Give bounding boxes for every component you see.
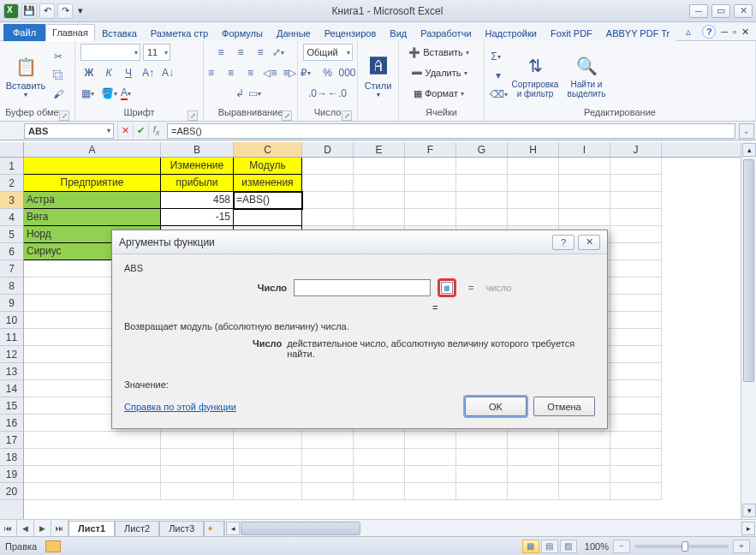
cell-J11[interactable]	[610, 329, 662, 346]
row-header-10[interactable]: 10	[0, 312, 23, 329]
cell-E4[interactable]	[354, 209, 405, 226]
cell-J5[interactable]	[610, 226, 662, 243]
format-painter-button[interactable]: 🖌	[50, 86, 67, 103]
view-pagebreak-button[interactable]: ▧	[560, 540, 577, 553]
cell-C3[interactable]: =ABS()	[234, 192, 302, 209]
row-header-16[interactable]: 16	[0, 415, 23, 432]
cell-I4[interactable]	[559, 209, 610, 226]
row-header-17[interactable]: 17	[0, 432, 23, 449]
cell-G1[interactable]	[456, 158, 508, 175]
grow-font-button[interactable]: A↑	[140, 64, 157, 81]
sheet-nav-prev[interactable]: ◀	[17, 520, 34, 536]
cell-C18[interactable]	[234, 449, 302, 466]
dialog-cancel-button[interactable]: Отмена	[533, 397, 595, 416]
comma-button[interactable]: 000	[339, 64, 356, 81]
mdi-close[interactable]: ✕	[741, 27, 749, 38]
row-header-3[interactable]: 3	[0, 192, 23, 209]
row-header-13[interactable]: 13	[0, 363, 23, 380]
cell-J1[interactable]	[610, 158, 662, 175]
orientation[interactable]: ⤢▾	[271, 44, 289, 61]
tab-review[interactable]: Рецензиров	[318, 25, 384, 41]
sort-filter-button[interactable]: ⇅ Сортировка и фильтр	[510, 47, 560, 104]
font-name-combo[interactable]	[80, 44, 140, 61]
cell-A1[interactable]	[24, 158, 161, 175]
tab-developer[interactable]: Разработчи	[414, 25, 478, 41]
save-button[interactable]: 💾	[21, 3, 37, 19]
cell-A3[interactable]: Астра	[24, 192, 161, 209]
cell-J12[interactable]	[610, 346, 662, 363]
cell-G3[interactable]	[456, 192, 508, 209]
fill-color-button[interactable]: 🪣▾	[100, 85, 117, 102]
cell-I19[interactable]	[559, 466, 610, 483]
qat-customize[interactable]: ▾	[75, 3, 86, 19]
scroll-up-button[interactable]: ▴	[742, 143, 756, 157]
close-button[interactable]: ✕	[734, 4, 753, 18]
enter-formula-button[interactable]: ✔	[133, 123, 148, 139]
vertical-scrollbar[interactable]: ▴ ▾	[741, 142, 756, 519]
delete-cells-button[interactable]: ➖Удалить▾	[408, 64, 476, 81]
zoom-out-button[interactable]: −	[613, 540, 630, 553]
column-header-F[interactable]: F	[405, 142, 456, 157]
cell-J17[interactable]	[610, 432, 662, 449]
dialog-help-link[interactable]: Справка по этой функции	[124, 402, 236, 412]
tab-data[interactable]: Данные	[270, 25, 318, 41]
minimize-button[interactable]: ─	[689, 4, 708, 18]
cell-C2[interactable]: изменения	[234, 175, 302, 192]
decrease-indent[interactable]: ◁≡	[262, 64, 279, 81]
row-header-7[interactable]: 7	[0, 260, 23, 278]
fill-button[interactable]: ▾	[490, 67, 507, 84]
borders-button[interactable]: ▦▾	[80, 85, 98, 102]
cancel-formula-button[interactable]: ✕	[117, 123, 133, 139]
cell-H17[interactable]	[508, 432, 559, 449]
cell-E18[interactable]	[354, 449, 405, 466]
cell-D20[interactable]	[302, 483, 354, 500]
cell-C4[interactable]	[234, 209, 302, 226]
cell-J6[interactable]	[610, 243, 662, 260]
cell-A17[interactable]	[24, 432, 161, 449]
cell-H18[interactable]	[508, 449, 559, 466]
cell-F20[interactable]	[405, 483, 456, 500]
cell-A4[interactable]: Вега	[24, 209, 161, 226]
cell-J15[interactable]	[610, 397, 662, 415]
cell-D19[interactable]	[302, 466, 354, 483]
macro-record-icon[interactable]	[45, 540, 61, 552]
zoom-slider[interactable]	[634, 545, 729, 548]
cell-J20[interactable]	[610, 483, 662, 500]
decrease-decimal[interactable]: ←.0	[329, 85, 346, 102]
tab-foxit[interactable]: Foxit PDF	[544, 25, 599, 41]
cell-J18[interactable]	[610, 449, 662, 466]
view-normal-button[interactable]: ▦	[522, 540, 539, 553]
tab-view[interactable]: Вид	[383, 25, 414, 41]
cell-B4[interactable]: -15	[161, 209, 234, 226]
column-header-I[interactable]: I	[559, 142, 610, 157]
insert-function-button[interactable]: fx	[148, 123, 164, 139]
currency-button[interactable]: ₽▾	[300, 64, 317, 81]
dialog-help-button[interactable]: ?	[552, 235, 574, 250]
view-pagelayout-button[interactable]: ▤	[541, 540, 558, 553]
row-header-1[interactable]: 1	[0, 158, 23, 175]
cell-F18[interactable]	[405, 449, 456, 466]
autosum-button[interactable]: Σ▾	[490, 48, 507, 65]
row-header-2[interactable]: 2	[0, 175, 23, 192]
sheet-tab-2[interactable]: Лист2	[115, 521, 159, 536]
cell-F3[interactable]	[405, 192, 456, 209]
tab-insert[interactable]: Вставка	[95, 25, 144, 41]
cell-B3[interactable]: 458	[161, 192, 234, 209]
italic-button[interactable]: К	[100, 64, 117, 81]
new-sheet-button[interactable]: ✦	[204, 521, 224, 536]
row-header-15[interactable]: 15	[0, 397, 23, 415]
cell-G17[interactable]	[456, 432, 508, 449]
increase-decimal[interactable]: .0→	[309, 85, 326, 102]
column-header-E[interactable]: E	[354, 142, 405, 157]
sheet-nav-last[interactable]: ⏭	[51, 520, 68, 536]
sheet-tab-3[interactable]: Лист3	[159, 521, 204, 536]
ribbon-minimize[interactable]: ▵	[680, 23, 697, 40]
restore-button[interactable]: ▭	[711, 4, 730, 18]
underline-button[interactable]: Ч	[120, 64, 137, 81]
align-middle[interactable]: ≡	[232, 44, 249, 61]
zoom-in-button[interactable]: +	[733, 540, 750, 553]
increase-indent[interactable]: ≡▷	[282, 64, 299, 81]
cell-G18[interactable]	[456, 449, 508, 466]
cell-D3[interactable]	[302, 192, 354, 209]
cell-D17[interactable]	[302, 432, 354, 449]
